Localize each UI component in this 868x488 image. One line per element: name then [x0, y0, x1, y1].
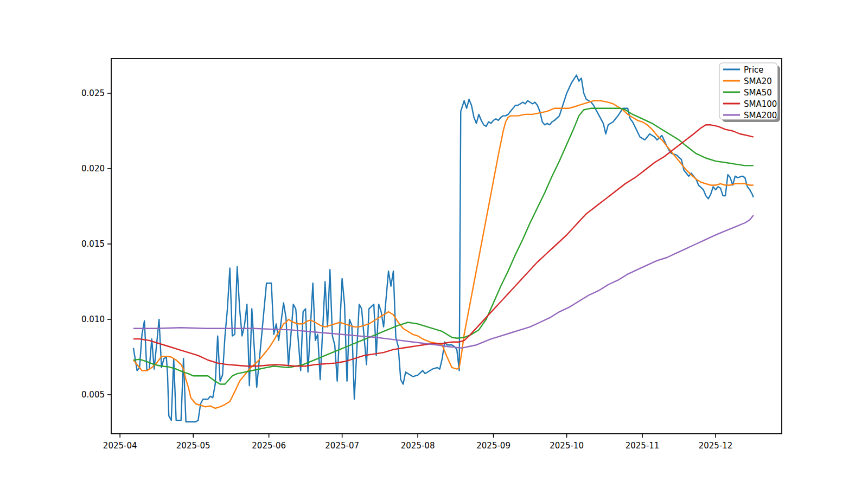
x-tick-label: 2025-12: [699, 441, 733, 451]
x-tick-label: 2025-05: [176, 441, 210, 451]
x-tick-label: 2025-04: [103, 441, 137, 451]
y-tick-label: 0.025: [81, 88, 105, 98]
legend-label-sma200: SMA200: [744, 111, 777, 120]
x-tick-label: 2025-08: [401, 441, 435, 451]
legend-label-price: Price: [744, 65, 764, 75]
x-tick-label: 2025-06: [252, 441, 286, 451]
legend-label-sma20: SMA20: [744, 76, 772, 86]
x-tick-label: 2025-09: [476, 441, 510, 451]
legend-label-sma100: SMA100: [744, 99, 777, 109]
chart-figure: 2025-042025-052025-062025-072025-082025-…: [0, 0, 868, 488]
x-tick-label: 2025-11: [626, 441, 660, 451]
x-tick-label: 2025-10: [550, 441, 584, 451]
y-tick-label: 0.010: [81, 314, 105, 324]
y-tick-label: 0.005: [81, 390, 105, 400]
legend: PriceSMA20SMA50SMA100SMA200: [719, 63, 780, 122]
legend-label-sma50: SMA50: [744, 88, 772, 98]
price-sma-chart: 2025-042025-052025-062025-072025-082025-…: [0, 0, 868, 488]
y-tick-label: 0.020: [81, 164, 105, 174]
y-tick-label: 0.015: [81, 239, 105, 249]
x-tick-label: 2025-07: [325, 441, 359, 451]
